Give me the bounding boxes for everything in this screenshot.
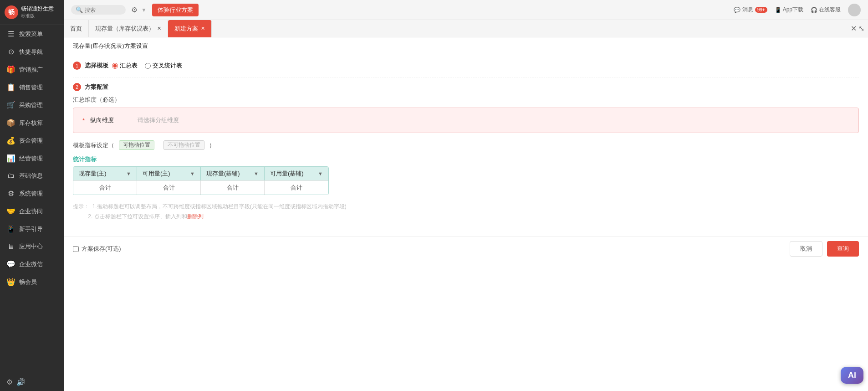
footer-sound-icon[interactable]: 🔊 bbox=[16, 378, 26, 386]
step2-label: 方案配置 bbox=[85, 83, 108, 91]
sidebar-item-app-center[interactable]: 🖥 应用中心 bbox=[0, 238, 64, 255]
step1-block: 1 选择模板 汇总表 交叉统计表 bbox=[73, 62, 859, 70]
tips-text-2: 2. 点击标题栏下拉可设置排序、插入列和删除列 bbox=[73, 212, 859, 222]
topbar-search-box[interactable]: 🔍 bbox=[71, 5, 126, 15]
sidebar-item-finance[interactable]: 💰 资金管理 bbox=[0, 132, 64, 149]
divider-1 bbox=[73, 77, 859, 77]
radio-summary[interactable]: 汇总表 bbox=[112, 62, 138, 70]
search-input[interactable] bbox=[85, 7, 121, 13]
gift-icon: 🎁 bbox=[6, 65, 15, 74]
tab-close-new-plan[interactable]: ✕ bbox=[201, 26, 205, 31]
step2-title: 2 方案配置 bbox=[73, 83, 859, 91]
bottom-bar: 方案保存(可选) 取消 查询 bbox=[64, 236, 868, 261]
sidebar-item-new-guide[interactable]: 📱 新手引导 bbox=[0, 220, 64, 238]
tab-close-inventory[interactable]: ✕ bbox=[157, 26, 161, 31]
stats-col-2-header[interactable]: 现存量(基辅) ▼ bbox=[201, 167, 265, 180]
app-name: 畅销通好生意 bbox=[21, 5, 54, 13]
search-icon: 🔍 bbox=[76, 6, 83, 13]
chevron-3-icon: ▼ bbox=[318, 171, 323, 176]
topbar-chevron[interactable]: ▼ bbox=[141, 7, 147, 13]
sidebar-item-enterprise[interactable]: 🤝 企业协同 bbox=[0, 202, 64, 220]
ai-badge[interactable]: Ai bbox=[841, 367, 863, 384]
stats-cell-1: 合计 bbox=[137, 180, 201, 195]
save-label: 方案保存(可选) bbox=[82, 245, 121, 253]
radio-summary-label: 汇总表 bbox=[120, 62, 138, 70]
crown-icon: 👑 bbox=[6, 278, 15, 286]
clipboard-icon: 📋 bbox=[6, 83, 15, 92]
stats-col-3-header[interactable]: 可用量(基辅) ▼ bbox=[265, 167, 328, 180]
required-mark: * bbox=[82, 117, 85, 124]
step1-title: 1 选择模板 汇总表 交叉统计表 bbox=[73, 62, 859, 70]
footer-settings-icon[interactable]: ⚙ bbox=[6, 378, 13, 386]
sidebar-item-sales[interactable]: 📋 销售管理 bbox=[0, 78, 64, 96]
user-avatar[interactable] bbox=[848, 4, 861, 16]
topbar: 🔍 ⚙ ▼ 体验行业方案 💬 消息 99+ 📱 App下载 🎧 在线客服 bbox=[64, 0, 868, 20]
tab-close-all-btn[interactable]: ✕ bbox=[851, 24, 857, 33]
save-checkbox[interactable]: 方案保存(可选) bbox=[73, 245, 121, 253]
dimension-box: * 纵向维度 —— 请选择分组维度 bbox=[73, 108, 859, 133]
radio-cross-label: 交叉统计表 bbox=[153, 62, 182, 70]
sidebar-item-search-menu[interactable]: ☰ 搜索菜单 bbox=[0, 25, 64, 43]
box-icon: 📦 bbox=[6, 118, 15, 127]
sidebar-item-wechat[interactable]: 💬 企业微信 bbox=[0, 255, 64, 273]
gear-icon[interactable]: ⚙ bbox=[131, 5, 138, 14]
sidebar-item-basic-info[interactable]: 🗂 基础信息 bbox=[0, 167, 64, 185]
stats-section: 统计指标 现存量(主) ▼ 可用量(主) ▼ bbox=[73, 155, 859, 196]
topbar-right: 💬 消息 99+ 📱 App下载 🎧 在线客服 bbox=[734, 4, 861, 16]
stats-cell-3: 合计 bbox=[265, 180, 328, 195]
tab-new-plan[interactable]: 新建方案 ✕ bbox=[168, 20, 212, 37]
topbar-online-service[interactable]: 🎧 在线客服 bbox=[811, 6, 841, 14]
topbar-app-download[interactable]: 📱 App下载 bbox=[775, 6, 803, 14]
industry-btn[interactable]: 体验行业方案 bbox=[152, 4, 199, 16]
chevron-2-icon: ▼ bbox=[254, 171, 259, 176]
sidebar-item-label: 资金管理 bbox=[19, 137, 43, 145]
sidebar-item-label: 基础信息 bbox=[19, 172, 43, 180]
bottom-actions: 取消 查询 bbox=[790, 241, 859, 257]
sidebar-nav: ☰ 搜索菜单 ⊙ 快捷导航 🎁 营销推广 📋 销售管理 🛒 采购管理 📦 库存核… bbox=[0, 25, 64, 373]
sidebar-item-label: 库存核算 bbox=[19, 119, 43, 127]
radio-summary-input[interactable] bbox=[112, 63, 118, 69]
step2-num: 2 bbox=[73, 83, 81, 91]
tab-home[interactable]: 首页 bbox=[64, 20, 89, 37]
save-checkbox-input[interactable] bbox=[73, 246, 79, 252]
drag-badge: 可拖动位置 bbox=[119, 140, 154, 150]
stats-table: 现存量(主) ▼ 可用量(主) ▼ 现存量(基辅) ▼ bbox=[73, 166, 329, 195]
stats-col-1-header[interactable]: 可用量(主) ▼ bbox=[137, 167, 201, 180]
dimension-placeholder[interactable]: 请选择分组维度 bbox=[138, 116, 179, 124]
tab-expand-btn[interactable]: ⤡ bbox=[858, 24, 864, 33]
page-title: 现存量(库存状况表)方案设置 bbox=[64, 37, 868, 54]
sidebar-logo: 畅 畅销通好生意 标准版 bbox=[0, 0, 64, 25]
sidebar-item-operations[interactable]: 📊 经营管理 bbox=[0, 149, 64, 167]
sidebar-item-label: 快捷导航 bbox=[19, 48, 43, 56]
main-area: 🔍 ⚙ ▼ 体验行业方案 💬 消息 99+ 📱 App下载 🎧 在线客服 bbox=[64, 0, 868, 391]
topbar-message[interactable]: 💬 消息 99+ bbox=[734, 6, 767, 14]
indicator-setting-row: 模板指标设定（ 可拖动位置 不可拖动位置 ） bbox=[73, 140, 859, 150]
no-drag-badge: 不可拖动位置 bbox=[163, 140, 204, 150]
sidebar-item-quick-nav[interactable]: ⊙ 快捷导航 bbox=[0, 43, 64, 61]
sidebar-item-system[interactable]: ⚙ 系统管理 bbox=[0, 185, 64, 202]
sidebar-item-inventory[interactable]: 📦 库存核算 bbox=[0, 114, 64, 132]
sidebar-item-marketing[interactable]: 🎁 营销推广 bbox=[0, 61, 64, 78]
sidebar-item-label: 企业微信 bbox=[19, 260, 43, 268]
stats-data-row: 合计 合计 合计 合计 bbox=[73, 180, 328, 195]
tips-text-1: 提示： 1.拖动标题栏可以调整布局，不可跨维度或指标区域拖动栏目字段(只能在同一… bbox=[73, 202, 859, 212]
cancel-button[interactable]: 取消 bbox=[790, 241, 822, 257]
stats-col-1-label: 可用量(主) bbox=[143, 170, 170, 178]
folder-icon: 🗂 bbox=[6, 172, 15, 180]
cart-icon: 🛒 bbox=[6, 101, 15, 109]
content-area: 现存量(库存状况表)方案设置 1 选择模板 汇总表 交叉统计表 bbox=[64, 37, 868, 391]
stats-col-0-header[interactable]: 现存量(主) ▼ bbox=[73, 167, 137, 180]
sidebar-item-label: 应用中心 bbox=[19, 242, 43, 251]
query-button[interactable]: 查询 bbox=[827, 241, 859, 257]
step2-block: 2 方案配置 汇总维度（必选） * 纵向维度 —— 请选择分组维度 模板指标设定… bbox=[73, 83, 859, 221]
home-icon: ⊙ bbox=[6, 47, 15, 56]
stats-col-0-label: 现存量(主) bbox=[79, 170, 107, 178]
settings-icon: ⚙ bbox=[6, 189, 15, 198]
tab-inventory-status[interactable]: 现存量（库存状况表） ✕ bbox=[89, 20, 168, 37]
sidebar-item-purchase[interactable]: 🛒 采购管理 bbox=[0, 96, 64, 114]
phone-icon: 📱 bbox=[775, 7, 781, 13]
sidebar: 畅 畅销通好生意 标准版 ☰ 搜索菜单 ⊙ 快捷导航 🎁 营销推广 📋 销售管理… bbox=[0, 0, 64, 391]
radio-cross[interactable]: 交叉统计表 bbox=[145, 62, 182, 70]
sidebar-item-member[interactable]: 👑 畅会员 bbox=[0, 273, 64, 291]
radio-cross-input[interactable] bbox=[145, 63, 151, 69]
